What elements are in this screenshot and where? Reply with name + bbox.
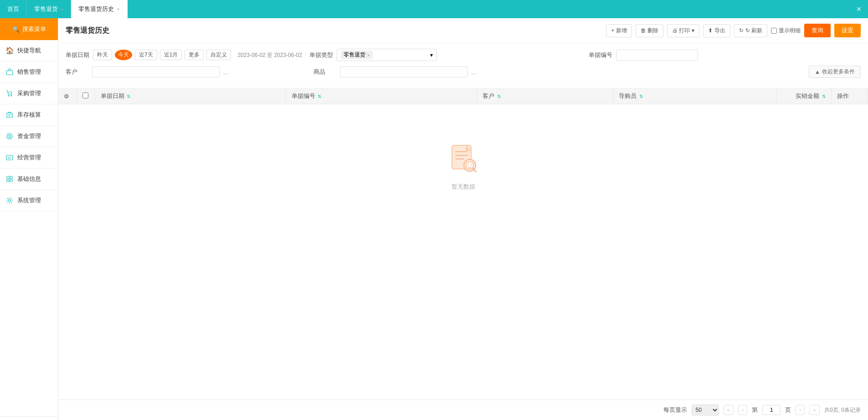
page-size-select[interactable]: 50 100 200 bbox=[692, 405, 719, 415]
tab-retail-return-history[interactable]: 零售退货历史 × bbox=[71, 0, 127, 18]
customer-filter-dots[interactable]: ... bbox=[223, 68, 229, 76]
th-amount: 实销金额 ⇅ bbox=[777, 88, 832, 104]
first-page-button[interactable]: « bbox=[724, 405, 734, 415]
page-size-label: 每页显示 bbox=[663, 406, 687, 414]
date-btn-more[interactable]: 更多 bbox=[185, 50, 204, 60]
search-menu-button[interactable]: 🔍 搜索菜单 bbox=[0, 18, 58, 40]
print-dropdown-icon[interactable]: ▾ bbox=[692, 27, 694, 34]
inventory-icon bbox=[5, 111, 14, 119]
sidebar-item-inventory-label: 库存核算 bbox=[17, 111, 41, 119]
search-icon: 🔍 bbox=[12, 26, 20, 33]
svg-point-10 bbox=[9, 200, 11, 202]
gear-icon[interactable]: ⚙ bbox=[64, 93, 69, 100]
page-header: 零售退货历史 + 新增 🗑 删除 🖨 打印 ▾ ⬆ 导出 ↻ ↻ 刷新 bbox=[58, 18, 868, 43]
page-number-input[interactable] bbox=[762, 405, 781, 415]
tab-retail-return-close[interactable]: × bbox=[61, 6, 63, 12]
date-btn-custom[interactable]: 自定义 bbox=[206, 50, 231, 60]
sidebar-item-shortcuts-label: 快捷导航 bbox=[17, 46, 41, 55]
type-filter-field: 单据类型 零售退货 × ▾ bbox=[309, 49, 581, 61]
sales-icon bbox=[5, 68, 14, 76]
print-button[interactable]: 🖨 打印 ▾ bbox=[667, 24, 699, 37]
empty-text: 暂无数据 bbox=[452, 183, 475, 191]
sidebar-item-system[interactable]: 系统管理 bbox=[0, 190, 58, 211]
type-filter-tag: 零售退货 × bbox=[341, 51, 373, 59]
show-detail-checkbox[interactable] bbox=[771, 28, 777, 34]
date-btn-7days[interactable]: 近7天 bbox=[135, 50, 157, 60]
type-filter-dropdown-icon[interactable]: ▾ bbox=[430, 52, 433, 58]
type-filter-tag-close[interactable]: × bbox=[367, 52, 370, 58]
goods-filter-input[interactable] bbox=[340, 67, 467, 77]
svg-rect-7 bbox=[10, 176, 12, 179]
data-table: ⚙ 单据日期 ⇅ 单据编号 ⇅ bbox=[58, 88, 868, 104]
th-gear: ⚙ bbox=[58, 88, 77, 104]
th-number-label: 单据编号 bbox=[292, 92, 315, 99]
system-icon bbox=[5, 196, 14, 205]
empty-icon bbox=[445, 141, 482, 177]
tab-retail-return-history-label: 零售退货历史 bbox=[78, 5, 114, 13]
window-close-button[interactable]: × bbox=[850, 0, 868, 18]
sidebar-item-shortcuts[interactable]: 🏠 快捷导航 bbox=[0, 40, 58, 61]
th-date-sort-icon[interactable]: ⇅ bbox=[127, 94, 130, 99]
prev-page-button[interactable]: ‹ bbox=[738, 405, 747, 415]
type-filter-select[interactable]: 零售退货 × ▾ bbox=[337, 49, 437, 61]
print-button-label: 🖨 打印 bbox=[672, 27, 690, 35]
sidebar-item-management[interactable]: 经营管理 bbox=[0, 147, 58, 169]
date-btn-today[interactable]: 今天 bbox=[115, 50, 132, 60]
goods-filter-dots[interactable]: ... bbox=[471, 68, 477, 76]
number-filter-field: 单据编号 bbox=[589, 50, 861, 61]
page-suffix: 页 bbox=[785, 406, 791, 414]
tab-retail-return-history-close[interactable]: × bbox=[117, 6, 119, 12]
home-icon: 🏠 bbox=[5, 46, 14, 55]
th-customer: 客户 ⇅ bbox=[477, 88, 613, 104]
customer-filter-input[interactable] bbox=[92, 67, 220, 77]
sidebar-item-purchase[interactable]: 采购管理 bbox=[0, 83, 58, 104]
sidebar-item-inventory[interactable]: 库存核算 bbox=[0, 104, 58, 126]
setting-button[interactable]: 设置 bbox=[834, 24, 861, 37]
delete-button[interactable]: 🗑 删除 bbox=[636, 24, 663, 37]
goods-filter-label: 商品 bbox=[313, 68, 336, 76]
th-guide: 导购员 ⇅ bbox=[613, 88, 776, 104]
svg-point-19 bbox=[470, 164, 471, 165]
th-number: 单据编号 ⇅ bbox=[286, 88, 477, 104]
sidebar-item-finance-label: 资金管理 bbox=[17, 132, 41, 140]
date-btn-1month[interactable]: 近1月 bbox=[160, 50, 182, 60]
collapse-up-icon: ▲ bbox=[815, 69, 820, 75]
sidebar-item-basic-info[interactable]: 基础信息 bbox=[0, 169, 58, 190]
top-bar: 首页 零售退货 × 零售退货历史 × × bbox=[0, 0, 868, 18]
th-customer-sort-icon[interactable]: ⇅ bbox=[497, 94, 501, 99]
date-options-group: 昨天 今天 近7天 近1月 更多 bbox=[93, 50, 231, 60]
pagination-bar: 每页显示 50 100 200 « ‹ 第 页 › » 共0页, 0条记录 bbox=[58, 400, 868, 420]
refresh-button[interactable]: ↻ ↻ 刷新 bbox=[734, 24, 767, 37]
show-detail-label: 显示明细 bbox=[779, 27, 801, 35]
filter-row-1: 单据日期 昨天 今天 近7天 近1月 bbox=[66, 49, 861, 61]
tab-retail-return[interactable]: 零售退货 × bbox=[27, 0, 71, 18]
th-guide-sort-icon[interactable]: ⇅ bbox=[639, 94, 643, 99]
number-filter-input[interactable] bbox=[616, 50, 698, 61]
th-number-sort-icon[interactable]: ⇅ bbox=[318, 94, 321, 99]
show-detail-checkbox-label[interactable]: 显示明细 bbox=[771, 27, 801, 35]
tab-home-label: 首页 bbox=[7, 5, 19, 13]
sidebar-item-finance[interactable]: 资金管理 bbox=[0, 126, 58, 147]
sidebar-nav: 🏠 快捷导航 销售管理 采购管理 库存核算 bbox=[0, 40, 58, 416]
sidebar-item-sales[interactable]: 销售管理 bbox=[0, 61, 58, 83]
customer-filter-label: 客户 bbox=[66, 68, 88, 76]
date-btn-yesterday[interactable]: 昨天 bbox=[93, 50, 112, 60]
table-header-row: ⚙ 单据日期 ⇅ 单据编号 ⇅ bbox=[58, 88, 868, 104]
sidebar-bottom: ⚙ ◀ bbox=[0, 416, 58, 420]
tab-home[interactable]: 首页 bbox=[0, 0, 27, 18]
page-actions: + 新增 🗑 删除 🖨 打印 ▾ ⬆ 导出 ↻ ↻ 刷新 bbox=[606, 24, 861, 37]
query-button[interactable]: 查询 bbox=[804, 24, 831, 37]
next-page-button[interactable]: › bbox=[796, 405, 805, 415]
collapse-filter-button[interactable]: ▲ 收起更多条件 bbox=[809, 66, 861, 78]
export-button[interactable]: ⬆ 导出 bbox=[703, 24, 730, 37]
main-content: 零售退货历史 + 新增 🗑 删除 🖨 打印 ▾ ⬆ 导出 ↻ ↻ 刷新 bbox=[58, 18, 868, 420]
svg-point-1 bbox=[8, 95, 9, 96]
sidebar-item-sales-label: 销售管理 bbox=[17, 68, 41, 76]
last-page-button[interactable]: » bbox=[809, 405, 820, 415]
delete-button-label: 🗑 删除 bbox=[641, 27, 658, 35]
new-button[interactable]: + 新增 bbox=[606, 24, 632, 37]
type-filter-tag-text: 零售退货 bbox=[344, 51, 365, 59]
table-area: ⚙ 单据日期 ⇅ 单据编号 ⇅ bbox=[58, 88, 868, 400]
select-all-checkbox[interactable] bbox=[82, 92, 88, 98]
th-amount-sort-icon[interactable]: ⇅ bbox=[822, 94, 826, 99]
